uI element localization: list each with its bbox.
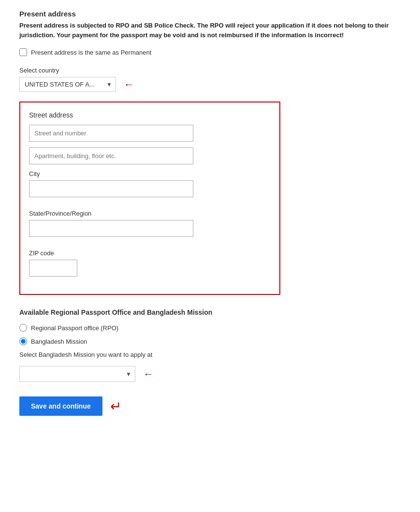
country-select[interactable]: UNITED STATES OF A... (19, 77, 116, 92)
present-address-title: Present address (19, 10, 401, 18)
bangladesh-mission-select[interactable] (19, 366, 135, 382)
rpo-title: Available Regional Passport Office and B… (19, 308, 401, 316)
rpo-radio[interactable] (19, 324, 27, 332)
street-address-title: Street address (29, 111, 270, 119)
street-address-box: Street address City State/Province/Regio… (19, 102, 280, 295)
mission-arrow-indicator: ← (143, 368, 154, 380)
city-input[interactable] (29, 180, 193, 197)
apartment-input[interactable] (29, 147, 193, 164)
zip-label: ZIP code (29, 249, 270, 257)
rpo-section: Available Regional Passport Office and B… (19, 308, 401, 382)
zip-input[interactable] (29, 260, 77, 277)
state-input[interactable] (29, 220, 193, 237)
rpo-radio-label: Regional Passport office (RPO) (31, 324, 118, 332)
mission-select-label: Select Bangladesh Mission you want to ap… (19, 351, 401, 358)
same-as-permanent-checkbox[interactable] (19, 48, 27, 56)
city-label: City (29, 170, 270, 177)
save-arrow-indicator: ↵ (110, 398, 121, 414)
save-button-row: Save and continue ↵ (19, 396, 401, 416)
same-as-permanent-label: Present address is the same as Permanent (31, 49, 151, 56)
save-continue-button[interactable]: Save and continue (19, 396, 102, 416)
select-country-label: Select country (19, 67, 401, 74)
street-number-input[interactable] (29, 125, 193, 142)
warning-text: Present address is subjected to RPO and … (19, 21, 401, 40)
bangladesh-mission-label: Bangladesh Mission (31, 338, 87, 345)
state-label: State/Province/Region (29, 210, 270, 217)
country-arrow-indicator: ← (124, 78, 134, 91)
bangladesh-mission-radio[interactable] (19, 337, 27, 345)
